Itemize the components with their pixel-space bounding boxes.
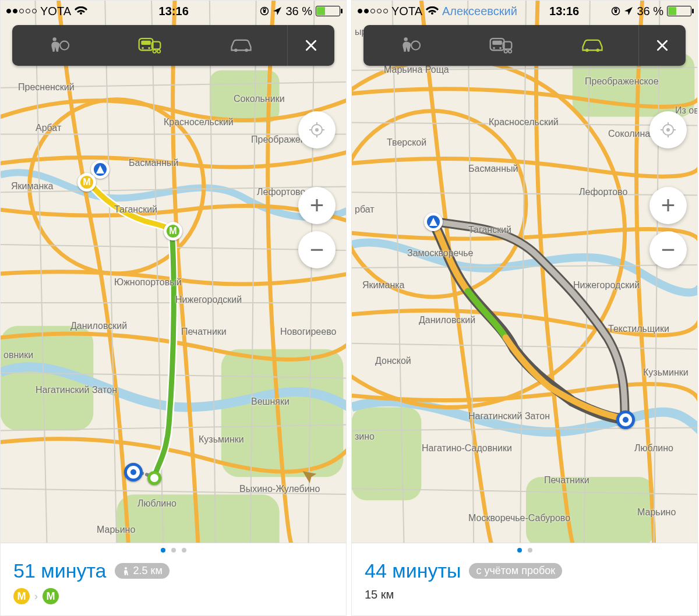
phone-left: YOTA 13:16 36 % [0,0,347,616]
status-right: 36 % [260,5,340,18]
zoom-out-button[interactable]: − [298,231,336,268]
route-start-marker[interactable] [424,213,443,231]
route-summary-panel[interactable]: 44 минуты с учётом пробок 15 км [352,543,697,615]
zoom-out-button[interactable]: − [649,231,687,268]
svg-point-20 [125,567,127,569]
page-dot[interactable] [528,548,532,553]
route-end-marker[interactable] [124,463,143,482]
page-dot[interactable] [161,548,165,553]
location-icon [273,6,282,16]
svg-point-27 [493,47,495,49]
svg-point-32 [585,49,589,52]
page-dot[interactable] [182,548,186,553]
page-dots [1,548,346,553]
status-bar: YOTA 13:16 36 % [1,1,346,22]
phone-right: YOTA Алексеевский 13:16 36 % [351,0,698,616]
page-dot[interactable] [171,548,176,553]
svg-point-40 [666,128,670,132]
status-left: YOTA Алексеевский [358,5,517,18]
wifi-icon [75,6,87,16]
svg-point-37 [352,111,526,297]
map-canvas[interactable]: ПресненскийАрбатЯкиманкаБасманныйТаганск… [1,1,346,543]
svg-point-28 [499,47,502,49]
svg-point-23 [404,37,407,41]
tab-close[interactable] [638,25,686,66]
status-bar: YOTA Алексеевский 13:16 36 % [352,1,697,22]
location-icon [624,6,633,16]
orientation-lock-icon [611,6,620,16]
page-dots [352,548,697,553]
tab-car[interactable] [547,25,638,66]
svg-point-6 [142,47,144,49]
tab-walk[interactable] [363,25,455,66]
route-distance: 15 км [365,588,684,601]
metro-badge-green: М [43,588,59,604]
metro-yellow-marker[interactable]: М [77,173,96,192]
svg-point-3 [60,41,69,50]
orientation-lock-icon [260,6,269,16]
svg-point-19 [315,128,319,132]
battery-icon [316,6,340,16]
svg-point-31 [509,49,512,53]
status-location-label: Алексеевский [442,5,517,18]
route-summary-panel[interactable]: 51 минута 2.5 км М › М [1,543,346,615]
signal-dots-icon [6,9,37,13]
locate-button[interactable] [649,111,687,148]
page-dot[interactable] [517,548,522,553]
metro-badge-yellow: М [13,588,30,604]
carrier-label: YOTA [40,5,71,18]
svg-rect-35 [352,407,421,500]
wifi-icon [426,6,439,16]
route-walk-end-marker[interactable] [147,471,161,485]
map-canvas[interactable]: ырскийМарьина РощаПреображенскоеКрасносе… [352,1,697,543]
metro-green-marker[interactable]: М [164,222,182,240]
zoom-controls: + − [298,187,336,268]
svg-point-7 [148,47,150,49]
svg-point-12 [245,49,249,52]
traffic-pill: с учётом пробок [469,563,562,579]
svg-rect-36 [526,477,654,543]
tab-close[interactable] [287,25,334,66]
svg-point-30 [504,49,507,53]
zoom-in-button[interactable]: + [298,187,336,224]
status-time: 13:16 [549,5,579,18]
svg-point-33 [596,49,599,52]
battery-pct: 36 % [285,5,312,18]
route-end-marker[interactable] [616,410,635,429]
tab-transit[interactable] [455,25,546,66]
battery-icon [667,6,691,16]
svg-point-24 [411,41,420,50]
svg-point-10 [157,49,161,53]
transport-tabbar [12,25,334,66]
locate-button[interactable] [298,111,336,148]
tab-walk[interactable] [12,25,104,66]
chevron-right-icon: › [34,590,38,603]
tab-car[interactable] [196,25,287,66]
svg-point-9 [153,49,156,53]
zoom-controls: + − [649,187,687,268]
transport-tabbar [363,25,686,66]
route-legs: М › М [13,588,333,604]
status-time: 13:16 [159,5,189,18]
route-duration: 51 минута 2.5 км [13,560,333,582]
status-left: YOTA [6,5,87,18]
carrier-label: YOTA [391,5,422,18]
status-right: 36 % [611,5,691,18]
signal-dots-icon [358,9,388,13]
walk-distance-pill: 2.5 км [115,563,170,579]
svg-point-2 [52,37,56,41]
battery-pct: 36 % [637,5,663,18]
zoom-in-button[interactable]: + [649,187,687,224]
svg-rect-5 [141,41,151,45]
tab-transit[interactable] [104,25,195,66]
svg-point-11 [234,49,238,52]
svg-rect-26 [492,41,502,45]
route-duration: 44 минуты с учётом пробок [365,560,684,582]
